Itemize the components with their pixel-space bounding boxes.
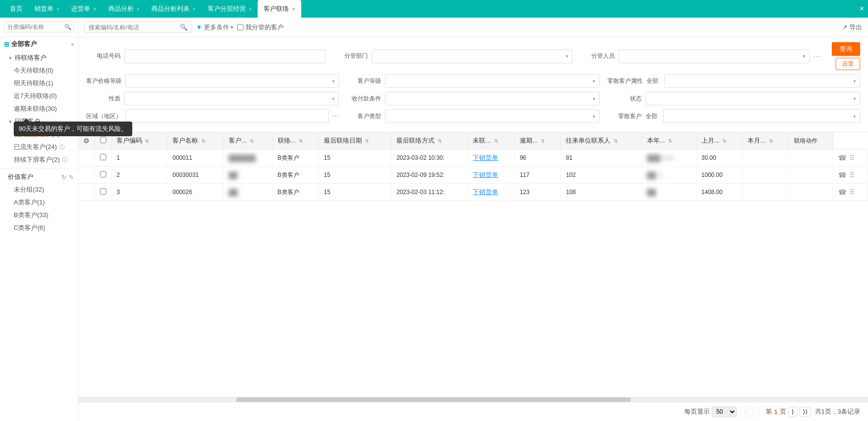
tab-customer-tier-close[interactable]: × (249, 6, 252, 12)
query-button[interactable]: 查询 (832, 42, 860, 56)
row-code: 000011 (168, 149, 223, 167)
sidebar-value-customers[interactable]: 价值客户 ↻ ✎ (0, 171, 78, 183)
settings-icon[interactable]: ⚙ (83, 137, 90, 145)
my-customers-checkbox[interactable] (237, 24, 243, 30)
last-method-link[interactable]: 下销货单 (473, 171, 498, 178)
sidebar-week-contact[interactable]: 近7天待联络(0) (0, 90, 78, 102)
sidebar-already-churn[interactable]: 已流失客户(24) ⓘ (0, 141, 78, 153)
gender-select[interactable]: ▾ (124, 92, 339, 105)
contact-sort-icon[interactable]: ⇅ (299, 138, 303, 144)
action-more-icon[interactable]: ⠿ (849, 188, 854, 196)
manager-more-icon[interactable]: ··· (814, 52, 820, 61)
tab-customer-contact-close[interactable]: × (292, 6, 295, 12)
col-actions: 联络动作 (789, 132, 833, 149)
last-date-sort-icon[interactable]: ⇅ (365, 138, 369, 144)
tab-purchase-close[interactable]: × (93, 6, 96, 12)
sidebar-tomorrow-contact[interactable]: 明天待联络(1) (0, 77, 78, 90)
tab-customer-contact[interactable]: 客户联络 × (258, 0, 301, 18)
customer-grade-select[interactable]: ▾ (385, 74, 600, 88)
action-contact-icon[interactable]: ☎ (838, 154, 846, 162)
filter-customer-grade: 客户等级 ▾ (347, 74, 600, 88)
action-more-icon[interactable]: ⠿ (849, 171, 854, 179)
last-method-link[interactable]: 下销货单 (473, 188, 498, 196)
filter-customer-type: 客户类型 ▾ (347, 109, 600, 123)
overdue-sort-icon[interactable]: ⇅ (541, 138, 545, 144)
sidebar-a-class[interactable]: A类客户(1) (0, 196, 78, 209)
zero-attr-select[interactable]: ▾ (664, 74, 860, 88)
category-search-input[interactable] (4, 22, 74, 32)
export-button[interactable]: ↗ 导出 (842, 23, 862, 32)
row-checkbox[interactable] (100, 154, 106, 160)
sidebar-ungrouped[interactable]: 未分组(32) (0, 183, 78, 196)
filter-icon: ▼ (196, 24, 202, 31)
tab-home[interactable]: 首页 (4, 0, 28, 18)
sidebar-pending-contact[interactable]: ▼ 待联络客户 (0, 51, 78, 64)
select-all-checkbox[interactable] (100, 137, 106, 143)
tab-analysis-close[interactable]: × (137, 6, 140, 12)
filter-panel: 电话号码 分管部门 ▾ 分管人员 ▾ ··· (78, 37, 868, 132)
sidebar-overdue-contact[interactable]: 逾期未联络(30) (0, 102, 78, 115)
last-page-btn[interactable]: ⟩⟩ (799, 407, 811, 417)
more-conditions-btn[interactable]: ▼ 更多条件 ▾ (196, 23, 233, 32)
zero-customer-label: 零散客户 (607, 112, 642, 121)
not-contacted-sort-icon[interactable]: ⇅ (494, 138, 498, 144)
row-settings (78, 149, 95, 167)
sidebar-all-customers[interactable]: ⊞ 全部客户 « (0, 37, 78, 51)
row-actions: ☎ ⠿ (833, 149, 868, 167)
first-page-btn[interactable]: ⟨⟨ (741, 407, 752, 417)
tab-analysis[interactable]: 商品分析 × (102, 0, 145, 18)
tab-customer-tier[interactable]: 客户分层经营 × (202, 0, 258, 18)
page-nav: ⟨⟨ ⟨ 第 1 页 ⟩ ⟩⟩ (741, 407, 811, 417)
close-window[interactable]: × (860, 4, 864, 13)
type-sort-icon[interactable]: ⇅ (250, 138, 254, 144)
manager-select[interactable]: ▾ (619, 50, 809, 63)
contact-person-sort-icon[interactable]: ⇅ (614, 138, 618, 144)
action-more-icon[interactable]: ⠿ (849, 154, 854, 162)
customer-type-chevron: ▾ (593, 114, 595, 119)
phone-label: 电话号码 (86, 52, 121, 60)
price-grade-select[interactable]: ▾ (125, 74, 339, 88)
collapse-icon[interactable]: « (71, 41, 74, 47)
edit-icon[interactable]: ✎ (69, 173, 74, 181)
prev-page-btn[interactable]: ⟨ (754, 407, 764, 417)
settings-button[interactable]: 设置 (836, 58, 860, 70)
sidebar-holding-down[interactable]: 持续下滑客户(2) ⓘ (0, 153, 78, 166)
search-input[interactable] (89, 24, 178, 31)
name-sort-icon[interactable]: ⇅ (201, 138, 205, 144)
row-checkbox[interactable] (100, 188, 106, 195)
customer-type-select[interactable]: ▾ (385, 109, 600, 123)
payment-select[interactable]: ▾ (385, 92, 600, 105)
last-month-sort-icon[interactable]: ⇅ (723, 138, 726, 144)
action-contact-icon[interactable]: ☎ (838, 171, 846, 179)
this-year-sort-icon[interactable]: ⇅ (668, 138, 672, 144)
tab-analysis-list-close[interactable]: × (193, 6, 195, 12)
action-contact-icon[interactable]: ☎ (838, 188, 846, 196)
tab-purchase[interactable]: 进货单 × (65, 0, 102, 18)
code-sort-icon[interactable]: ⇅ (145, 138, 149, 144)
phone-input[interactable] (124, 50, 326, 63)
region-select[interactable] (125, 109, 329, 123)
sidebar-b-class[interactable]: B类客户(33) (0, 209, 78, 222)
last-method-link[interactable]: 下销货单 (473, 154, 498, 161)
tab-analysis-list[interactable]: 商品分析列表 × (145, 0, 201, 18)
arrow-down-icon: ▼ (8, 55, 13, 61)
tab-sales-close[interactable]: × (56, 6, 59, 12)
status-select[interactable]: ▾ (646, 92, 860, 105)
this-month-sort-icon[interactable]: ⇅ (769, 138, 773, 144)
sidebar-c-class[interactable]: C类客户(6) (0, 222, 78, 234)
refresh-icon[interactable]: ↻ (61, 173, 67, 181)
region-more-icon[interactable]: ··· (333, 112, 339, 121)
per-page-dropdown[interactable]: 50 100 200 (712, 406, 737, 417)
customer-table: ⚙ 客户编码 ⇅ 客户名称 ⇅ (78, 132, 868, 201)
dept-select[interactable]: ▾ (372, 50, 573, 63)
dept-label: 分管部门 (334, 52, 368, 60)
sidebar-today-contact[interactable]: 今天待联络(0) (0, 64, 78, 77)
horizontal-scrollbar[interactable] (78, 397, 868, 402)
row-last-month (743, 149, 789, 167)
zero-customer-select[interactable]: ▾ (663, 109, 860, 123)
row-not-contacted: 117 (514, 167, 561, 184)
last-method-sort-icon[interactable]: ⇅ (438, 138, 442, 144)
next-page-btn[interactable]: ⟩ (788, 407, 797, 417)
tab-sales[interactable]: 销货单 × (28, 0, 65, 18)
row-checkbox[interactable] (100, 171, 106, 177)
